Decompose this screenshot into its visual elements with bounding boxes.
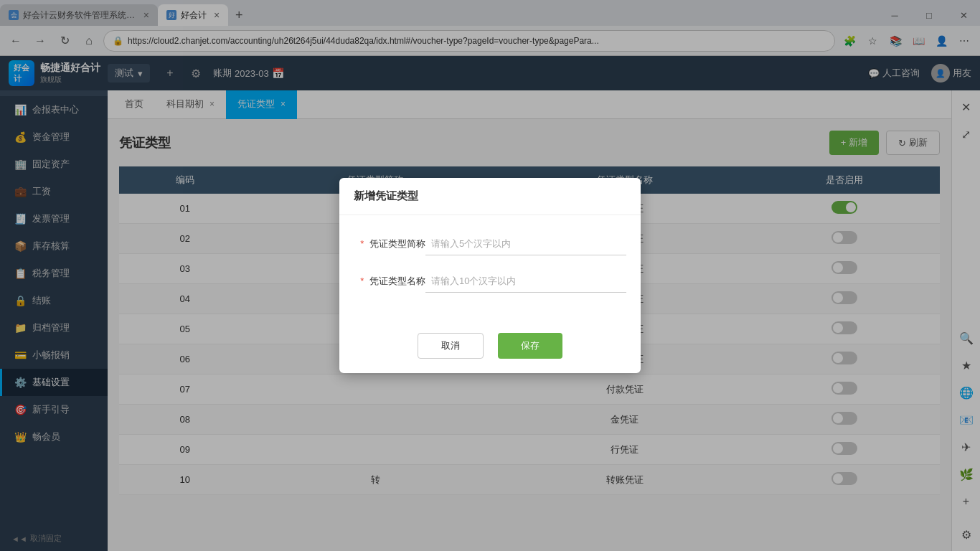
short-name-input[interactable] [425, 232, 626, 255]
full-required-mark: * [360, 276, 364, 286]
dialog-body: * 凭证类型简称 * 凭证类型名称 [339, 215, 641, 324]
short-name-label: * 凭证类型简称 [354, 237, 425, 250]
dialog-title: 新增凭证类型 [354, 189, 418, 202]
short-required-mark: * [360, 238, 364, 249]
full-name-input[interactable] [425, 270, 626, 293]
save-button[interactable]: 保存 [498, 333, 562, 359]
dialog-footer: 取消 保存 [339, 324, 641, 373]
dialog-header: 新增凭证类型 [339, 178, 641, 215]
full-name-label: * 凭证类型名称 [354, 275, 425, 288]
dialog-overlay: 新增凭证类型 * 凭证类型简称 * 凭证类型名称 取消 保存 [0, 0, 980, 551]
full-name-row: * 凭证类型名称 [354, 270, 626, 293]
cancel-button[interactable]: 取消 [418, 333, 484, 359]
add-voucher-dialog: 新增凭证类型 * 凭证类型简称 * 凭证类型名称 取消 保存 [339, 178, 641, 373]
short-name-row: * 凭证类型简称 [354, 232, 626, 255]
